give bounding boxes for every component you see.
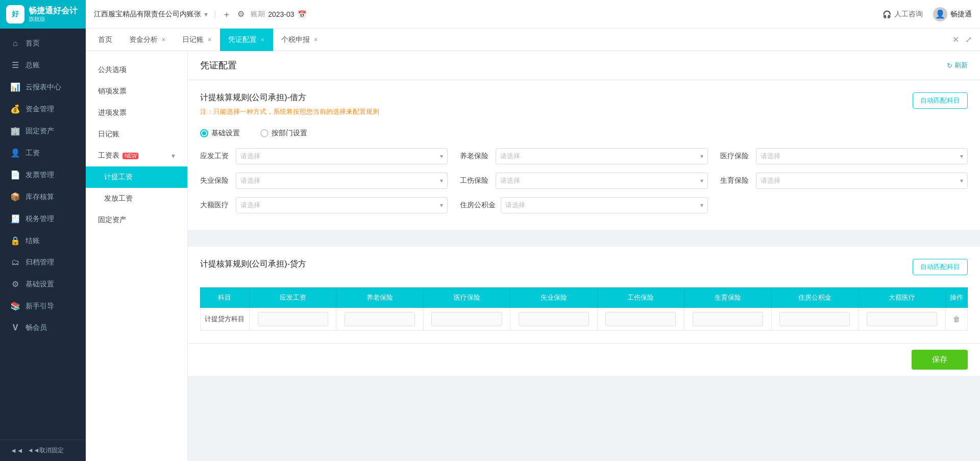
left-menu-sales-invoice[interactable]: 销项发票 bbox=[86, 81, 187, 102]
tab-funds[interactable]: 资金分析 × bbox=[121, 29, 174, 51]
tab-voucher-close[interactable]: × bbox=[261, 36, 264, 43]
cancel-fixed-label: ◄◄取消固定 bbox=[28, 446, 64, 455]
field-housing-fund-placeholder: 请选择 bbox=[505, 201, 525, 210]
sidebar-item-home[interactable]: ⌂ 首页 bbox=[0, 33, 86, 54]
field-housing-fund-select[interactable]: 请选择 ▾ bbox=[501, 197, 707, 213]
row-pension-input[interactable] bbox=[345, 312, 415, 326]
row-unemployment-cell bbox=[510, 308, 597, 331]
content-area: 公共选项 销项发票 进项发票 日记账 工资表 NEW ▾ 计提工资 发放工资 bbox=[86, 51, 980, 461]
period-selector[interactable]: 账期 2023-03 📅 bbox=[251, 10, 306, 19]
section1-title: 计提核算规则(公司承担)-借方 bbox=[200, 92, 379, 103]
sidebar-item-closing[interactable]: 🔒 结账 bbox=[0, 230, 86, 252]
field-salary-select[interactable]: 请选择 ▾ bbox=[236, 148, 448, 164]
sidebar-item-funds[interactable]: 💰 资金管理 bbox=[0, 98, 86, 120]
refresh-button[interactable]: ↻ 刷新 bbox=[947, 61, 968, 70]
field-large-medical-select[interactable]: 请选择 ▾ bbox=[236, 197, 448, 213]
left-menu-pay-salary[interactable]: 发放工资 bbox=[86, 188, 187, 209]
cancel-fixed-button[interactable]: ◄◄ ◄◄取消固定 bbox=[0, 440, 86, 461]
sidebar-label-settings: 基础设置 bbox=[26, 280, 54, 289]
row-large-medical-input[interactable] bbox=[867, 312, 937, 326]
inventory-icon: 📦 bbox=[10, 192, 20, 202]
save-button[interactable]: 保存 bbox=[912, 350, 968, 370]
tab-home[interactable]: 首页 bbox=[90, 29, 121, 51]
tab-funds-close[interactable]: × bbox=[162, 36, 165, 43]
sidebar-item-tax[interactable]: 🧾 税务管理 bbox=[0, 208, 86, 230]
settings-icon: ⚙ bbox=[10, 279, 20, 289]
field-large-medical-row: 大额医疗 请选择 ▾ bbox=[200, 197, 448, 213]
auto-match-credit-button[interactable]: 自动匹配科目 bbox=[913, 259, 968, 275]
guide-icon: 📚 bbox=[10, 301, 20, 311]
left-menu-calc-salary[interactable]: 计提工资 bbox=[86, 166, 187, 188]
tab-tax[interactable]: 个税申报 × bbox=[273, 29, 326, 51]
field-maternity-label: 生育保险 bbox=[720, 176, 751, 185]
left-menu-public[interactable]: 公共选项 bbox=[86, 59, 187, 81]
tab-journal-close[interactable]: × bbox=[208, 36, 211, 43]
vip-icon: V bbox=[10, 323, 20, 332]
row-salary-input[interactable] bbox=[258, 312, 328, 326]
refresh-label: 刷新 bbox=[954, 61, 968, 70]
field-salary-arrow: ▾ bbox=[440, 153, 443, 160]
left-menu-sales-invoice-label: 销项发票 bbox=[98, 87, 127, 96]
field-pension-select[interactable]: 请选择 ▾ bbox=[496, 148, 707, 164]
row-maternity-input[interactable] bbox=[693, 312, 763, 326]
sidebar-item-vip[interactable]: V 畅会员 bbox=[0, 317, 86, 338]
left-menu-purchase-invoice[interactable]: 进项发票 bbox=[86, 102, 187, 124]
user-menu[interactable]: 👤 畅捷通 bbox=[933, 7, 972, 21]
company-name: 江西服宝精品有限责任公司内账张 bbox=[94, 10, 201, 19]
tab-funds-label: 资金分析 bbox=[129, 35, 158, 44]
field-large-medical-arrow: ▾ bbox=[440, 202, 443, 209]
sidebar-item-archive[interactable]: 🗂 归档管理 bbox=[0, 252, 86, 273]
salary-icon: 👤 bbox=[10, 148, 20, 158]
sidebar-item-salary[interactable]: 👤 工资 bbox=[0, 142, 86, 164]
tab-voucher[interactable]: 凭证配置 × bbox=[220, 29, 273, 51]
field-maternity-select[interactable]: 请选择 ▾ bbox=[756, 173, 968, 189]
radio-dept[interactable]: 按部门设置 bbox=[260, 129, 307, 138]
section-credit: 计提核算规则(公司承担)-贷方 自动匹配科目 科目 应发工资 养老保险 医疗保险… bbox=[188, 247, 980, 343]
section1-header-row: 计提核算规则(公司承担)-借方 注：只能选择一种方式，系统将按照您当前的选择来配… bbox=[200, 92, 968, 125]
field-medical-placeholder: 请选择 bbox=[761, 152, 780, 161]
account-settings-button[interactable]: ⚙ bbox=[237, 9, 244, 19]
sidebar-item-inventory[interactable]: 📦 库存核算 bbox=[0, 186, 86, 208]
row-housing-fund-input[interactable] bbox=[779, 312, 850, 326]
col-large-medical: 大额医疗 bbox=[859, 288, 945, 308]
tab-voucher-label: 凭证配置 bbox=[228, 35, 257, 44]
sidebar-item-invoice[interactable]: 📄 发票管理 bbox=[0, 164, 86, 186]
left-menu-salary-table[interactable]: 工资表 NEW ▾ bbox=[86, 145, 187, 166]
field-large-medical-label: 大额医疗 bbox=[200, 201, 231, 210]
section1-note: 注：只能选择一种方式，系统将按照您当前的选择来配置规则 bbox=[200, 107, 379, 116]
auto-match-debit-button[interactable]: 自动匹配科目 bbox=[913, 92, 968, 109]
sidebar-item-guide[interactable]: 📚 新手引导 bbox=[0, 295, 86, 317]
support-button[interactable]: 🎧 人工咨询 bbox=[883, 10, 923, 19]
left-menu-fixed-assets[interactable]: 固定资产 bbox=[86, 209, 187, 231]
radio-basic[interactable]: 基础设置 bbox=[200, 129, 240, 138]
company-selector[interactable]: 江西服宝精品有限责任公司内账张 ▾ bbox=[94, 10, 208, 19]
tab-tax-close[interactable]: × bbox=[314, 36, 317, 43]
ledger-icon: ☰ bbox=[10, 60, 20, 70]
section2-header-row: 计提核算规则(公司承担)-贷方 自动匹配科目 bbox=[200, 259, 968, 283]
row-medical-input[interactable] bbox=[431, 312, 502, 326]
field-work-injury-select[interactable]: 请选择 ▾ bbox=[496, 173, 707, 189]
field-medical-select[interactable]: 请选择 ▾ bbox=[756, 148, 968, 164]
field-unemployment-select[interactable]: 请选择 ▾ bbox=[236, 173, 448, 189]
field-maternity-placeholder: 请选择 bbox=[761, 176, 780, 185]
add-account-button[interactable]: ＋ bbox=[222, 8, 231, 20]
expand-icon[interactable]: ⤢ bbox=[965, 35, 972, 44]
credit-table: 科目 应发工资 养老保险 医疗保险 失业保险 工伤保险 生育保险 住房公积金 大… bbox=[200, 287, 968, 331]
main-area: 江西服宝精品有限责任公司内账张 ▾ | ＋ ⚙ 账期 2023-03 📅 🎧 人… bbox=[86, 0, 980, 461]
close-window-icon[interactable]: ✕ bbox=[952, 35, 959, 44]
sidebar-item-reports[interactable]: 📊 云报表中心 bbox=[0, 76, 86, 98]
sidebar-item-ledger[interactable]: ☰ 总账 bbox=[0, 54, 86, 76]
sidebar-item-settings[interactable]: ⚙ 基础设置 bbox=[0, 273, 86, 295]
tab-journal[interactable]: 日记账 × bbox=[174, 29, 220, 51]
row-unemployment-input[interactable] bbox=[519, 312, 589, 326]
sidebar-item-assets[interactable]: 🏢 固定资产 bbox=[0, 120, 86, 142]
sidebar: 好 畅捷通好会计 旗舰版 ⌂ 首页 ☰ 总账 📊 云报表中心 💰 资金管理 🏢 … bbox=[0, 0, 86, 461]
cancel-fixed-icon: ◄◄ bbox=[10, 447, 23, 454]
left-menu-journal[interactable]: 日记账 bbox=[86, 124, 187, 145]
row-label: 计提贷方科目 bbox=[201, 308, 250, 331]
delete-row-button[interactable]: 🗑 bbox=[953, 315, 960, 323]
section-divider bbox=[188, 238, 980, 238]
field-work-injury-placeholder: 请选择 bbox=[500, 176, 520, 185]
row-work-injury-input[interactable] bbox=[605, 312, 676, 326]
field-large-medical-placeholder: 请选择 bbox=[240, 201, 260, 210]
